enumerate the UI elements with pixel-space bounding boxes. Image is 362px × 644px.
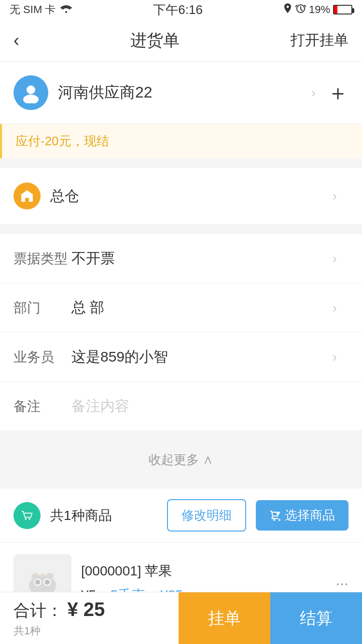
select-product-button[interactable]: 选择商品 [256,500,348,531]
remark-label: 备注 [14,397,71,416]
salesman-label: 业务员 [14,348,71,366]
form-section: 票据类型 不开票 › 部门 总 部 › 业务员 这是859的小智 › 备注 备注… [0,234,362,431]
remark-row[interactable]: 备注 备注内容 [0,382,362,431]
product-count-text: 共1种商品 [50,506,157,525]
svg-rect-5 [25,198,29,202]
battery-icon [333,5,352,14]
supplier-avatar [14,75,48,110]
battery-text: 19% [309,3,330,16]
status-time: 下午6:16 [153,1,203,18]
add-supplier-button[interactable]: ＋ [327,79,348,107]
cart-plus-icon [269,510,281,521]
product-name: [0000001] 苹果 [81,562,326,580]
ticket-type-label: 票据类型 [14,250,71,268]
supplier-section: 河南供应商22 › ＋ 应付-20元，现结 [0,62,362,158]
alarm-icon [295,3,306,16]
warehouse-section: 总仓 › [0,168,362,224]
svg-point-6 [25,518,27,520]
ticket-type-row[interactable]: 票据类型 不开票 › [0,234,362,283]
department-value: 总 部 [71,298,333,318]
nav-bar: ‹ 进货单 打开挂单 [0,19,362,62]
page-title: 进货单 [130,29,180,52]
svg-marker-4 [20,190,34,195]
svg-point-7 [29,518,31,520]
warehouse-name: 总仓 [50,186,333,206]
product-cart-icon [14,502,41,529]
svg-point-14 [45,580,50,585]
salesman-row[interactable]: 业务员 这是859的小智 › [0,333,362,382]
svg-point-13 [35,580,40,585]
back-button[interactable]: ‹ [14,30,19,51]
content: 河南供应商22 › ＋ 应付-20元，现结 总仓 › 票据类型 不开票 › [0,62,362,644]
status-right: 19% [283,3,352,16]
department-chevron-icon: › [333,300,337,316]
status-bar: 无 SIM 卡 下午6:16 19% [0,0,362,19]
department-label: 部门 [14,299,71,317]
pending-button[interactable]: 挂单 [179,592,270,644]
department-row[interactable]: 部门 总 部 › [0,283,362,333]
open-pending-button[interactable]: 打开挂单 [291,30,348,50]
status-left: 无 SIM 卡 [10,2,73,17]
battery-fill [334,6,337,14]
warehouse-chevron-icon: › [333,188,337,204]
notice-bar: 应付-20元，现结 [0,124,362,158]
total-area: 合计： ¥ 25 共1种 [0,599,179,638]
product-more-button[interactable]: ··· [335,574,348,592]
collapse-button[interactable]: 收起更多 ∧ [0,441,362,479]
total-amount: 合计： ¥ 25 [14,599,165,622]
warehouse-row[interactable]: 总仓 › [0,168,362,224]
salesman-chevron-icon: › [333,350,337,365]
total-label: 合计： [14,601,63,619]
edit-detail-button[interactable]: 修改明细 [167,499,246,532]
svg-point-2 [23,95,39,103]
svg-point-16 [31,573,39,579]
warehouse-icon [14,182,41,210]
product-code: [0000001] [81,563,141,578]
total-value: ¥ 25 [67,599,105,620]
svg-point-1 [27,85,35,94]
product-header: 共1种商品 修改明细 选择商品 [0,489,362,543]
select-product-label: 选择商品 [285,507,335,524]
salesman-value: 这是859的小智 [71,347,333,367]
remark-value: 备注内容 [71,396,348,416]
ticket-type-value: 不开票 [71,249,333,268]
supplier-name: 河南供应商22 [58,82,311,103]
ticket-type-chevron-icon: › [333,251,337,266]
bottom-bar: 合计： ¥ 25 共1种 挂单 结算 [0,592,362,644]
location-icon [283,3,292,16]
checkout-button[interactable]: 结算 [270,592,362,644]
wifi-icon [59,3,73,16]
total-count: 共1种 [14,624,165,638]
supplier-row[interactable]: 河南供应商22 › ＋ [0,62,362,124]
carrier-text: 无 SIM 卡 [10,2,56,17]
chevron-right-icon: › [311,85,316,100]
svg-point-17 [46,573,54,579]
product-fruit-name: 苹果 [145,563,172,578]
